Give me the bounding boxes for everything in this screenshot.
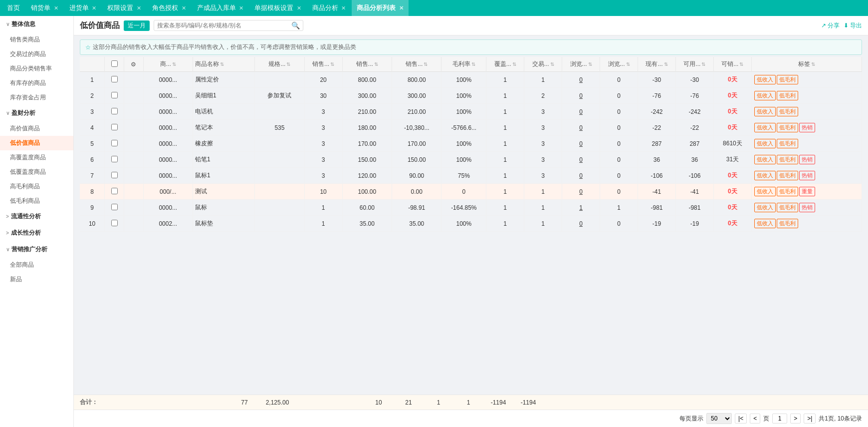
browse1-value[interactable]: 0 bbox=[579, 140, 583, 147]
browse1-value[interactable]: 0 bbox=[579, 220, 583, 227]
sidebar-group-marketing[interactable]: ∨ 营销推广分析 bbox=[0, 241, 73, 258]
nav-permission-setting[interactable]: 权限设置 ✕ bbox=[102, 0, 146, 16]
browse1-value[interactable]: 0 bbox=[579, 156, 583, 163]
browse1-value[interactable]: 0 bbox=[579, 172, 583, 179]
tag-低毛利: 低毛利 bbox=[777, 155, 798, 164]
row-checkbox[interactable] bbox=[111, 220, 118, 226]
export-button[interactable]: ⬇ 导出 bbox=[844, 21, 862, 30]
sidebar-item-low-coverage[interactable]: 低覆盖度商品 bbox=[0, 165, 73, 179]
close-analysis-list-icon[interactable]: ✕ bbox=[399, 5, 404, 11]
nav-role-auth[interactable]: 角色授权 ✕ bbox=[147, 0, 191, 16]
col-avail-header[interactable]: 可用...⇅ bbox=[675, 57, 713, 72]
close-inbound-icon[interactable]: ✕ bbox=[239, 5, 243, 11]
sidebar-item-high-value[interactable]: 高价值商品 bbox=[0, 121, 73, 136]
sidebar-item-sales-category[interactable]: 销售类商品 bbox=[0, 32, 73, 47]
browse1-value[interactable]: 0 bbox=[579, 124, 583, 131]
row-checkbox[interactable] bbox=[111, 204, 118, 210]
col-sales-cost-header[interactable]: 销售...⇅ bbox=[392, 57, 441, 72]
row-checkbox[interactable] bbox=[111, 188, 118, 194]
sidebar-group-financial[interactable]: ∨ 盈财分析 bbox=[0, 105, 73, 121]
page-size-select[interactable]: 50 100 200 bbox=[706, 413, 732, 424]
col-browse2-header[interactable]: 浏览...⇅ bbox=[600, 57, 638, 72]
row-check[interactable] bbox=[105, 120, 124, 136]
row-check[interactable] bbox=[105, 200, 124, 216]
sidebar-item-traded-products[interactable]: 交易过的商品 bbox=[0, 47, 73, 61]
first-page-button[interactable]: |< bbox=[735, 414, 747, 424]
row-checkbox[interactable] bbox=[111, 140, 118, 146]
nav-template-setting[interactable]: 单据模板设置 ✕ bbox=[249, 0, 306, 16]
col-settings-header[interactable]: ⚙ bbox=[124, 57, 143, 72]
col-tag-header[interactable]: 标签⇅ bbox=[751, 57, 862, 72]
col-sellable-header[interactable]: 可销...⇅ bbox=[713, 57, 751, 72]
row-check[interactable] bbox=[105, 168, 124, 184]
table-row: 8 000/... 测试 10 100.00 0.00 0 1 1 0 0 -4… bbox=[80, 184, 862, 200]
sidebar-item-low-value[interactable]: 低价值商品 bbox=[0, 136, 73, 150]
row-checkbox[interactable] bbox=[111, 124, 118, 130]
row-check[interactable] bbox=[105, 136, 124, 152]
row-checkbox[interactable] bbox=[111, 156, 118, 162]
close-permission-icon[interactable]: ✕ bbox=[137, 5, 141, 11]
select-all-checkbox[interactable] bbox=[111, 60, 118, 67]
row-check[interactable] bbox=[105, 216, 124, 232]
col-margin-header[interactable]: 毛利率⇅ bbox=[441, 57, 486, 72]
sidebar-item-stock-capital[interactable]: 库存资金占用 bbox=[0, 90, 73, 105]
sidebar-group-growth[interactable]: > 成长性分析 bbox=[0, 225, 73, 241]
sidebar-item-low-margin[interactable]: 低毛利商品 bbox=[0, 194, 73, 208]
browse1-value[interactable]: 1 bbox=[579, 204, 583, 211]
col-check-header[interactable] bbox=[105, 57, 124, 72]
nav-product-inbound[interactable]: 产成品入库单 ✕ bbox=[192, 0, 249, 16]
sidebar-group-overall[interactable]: ∨ 整体信息 bbox=[0, 16, 73, 32]
close-template-icon[interactable]: ✕ bbox=[297, 5, 301, 11]
col-code-header[interactable]: 商...⇅ bbox=[143, 57, 193, 72]
sidebar-item-new-products[interactable]: 新品 bbox=[0, 272, 73, 287]
next-page-button[interactable]: > bbox=[790, 414, 801, 424]
table-header-row: ⚙ 商...⇅ 商品名称⇅ 规格...⇅ 销售...⇅ 销售...⇅ 销售...… bbox=[80, 57, 862, 72]
row-check[interactable] bbox=[105, 152, 124, 168]
col-trade-header[interactable]: 交易...⇅ bbox=[524, 57, 562, 72]
col-sales-qty-header[interactable]: 销售...⇅ bbox=[304, 57, 342, 72]
row-check[interactable] bbox=[105, 104, 124, 120]
nav-sales-order[interactable]: 销货单 ✕ bbox=[26, 0, 63, 16]
share-button[interactable]: ↗ 分享 bbox=[821, 21, 840, 30]
col-cover-header[interactable]: 覆盖...⇅ bbox=[486, 57, 524, 72]
period-button[interactable]: 近一月 bbox=[124, 20, 150, 31]
prev-page-button[interactable]: < bbox=[750, 414, 760, 424]
row-check[interactable] bbox=[105, 72, 124, 88]
close-role-icon[interactable]: ✕ bbox=[182, 5, 186, 11]
search-icon[interactable]: 🔍 bbox=[291, 21, 300, 29]
arrow-growth-icon: > bbox=[6, 230, 9, 236]
row-checkbox[interactable] bbox=[111, 92, 118, 98]
sidebar-item-category-sales-rate[interactable]: 商品分类销售率 bbox=[0, 61, 73, 76]
search-input[interactable] bbox=[157, 22, 291, 29]
col-browse1-header[interactable]: 浏览...⇅ bbox=[562, 57, 600, 72]
sidebar-item-in-stock[interactable]: 有库存的商品 bbox=[0, 76, 73, 90]
browse1-value[interactable]: 0 bbox=[579, 92, 583, 99]
sidebar-item-high-coverage[interactable]: 高覆盖度商品 bbox=[0, 150, 73, 165]
nav-purchase-order[interactable]: 进货单 ✕ bbox=[64, 0, 102, 16]
nav-product-analysis[interactable]: 商品分析 ✕ bbox=[307, 0, 351, 16]
browse1-value[interactable]: 0 bbox=[579, 76, 583, 83]
row-checkbox[interactable] bbox=[111, 108, 118, 114]
sidebar-group-flow[interactable]: > 流通性分析 bbox=[0, 208, 73, 225]
nav-product-analysis-list[interactable]: 商品分析列表 ✕ bbox=[352, 0, 409, 16]
last-page-button[interactable]: >| bbox=[804, 414, 816, 424]
col-name-header[interactable]: 商品名称⇅ bbox=[193, 57, 254, 72]
settings-icon[interactable]: ⚙ bbox=[131, 61, 136, 68]
close-analysis-icon[interactable]: ✕ bbox=[341, 5, 346, 11]
sidebar-item-high-margin[interactable]: 高毛利商品 bbox=[0, 179, 73, 194]
close-purchase-order-icon[interactable]: ✕ bbox=[92, 5, 96, 11]
sidebar-item-all-products[interactable]: 全部商品 bbox=[0, 258, 73, 272]
col-spec-header[interactable]: 规格...⇅ bbox=[255, 57, 304, 72]
row-check[interactable] bbox=[105, 184, 124, 200]
browse1-value[interactable]: 0 bbox=[579, 188, 583, 195]
col-sales-amt-header[interactable]: 销售...⇅ bbox=[342, 57, 392, 72]
col-stock-header[interactable]: 现有...⇅ bbox=[638, 57, 676, 72]
row-checkbox[interactable] bbox=[111, 76, 118, 82]
row-check[interactable] bbox=[105, 88, 124, 104]
browse1-value[interactable]: 0 bbox=[579, 108, 583, 115]
close-sales-order-icon[interactable]: ✕ bbox=[54, 5, 58, 11]
page-number-input[interactable] bbox=[772, 414, 787, 424]
row-checkbox[interactable] bbox=[111, 172, 118, 178]
row-browse2: 0 bbox=[600, 136, 638, 152]
nav-home[interactable]: 首页 bbox=[2, 0, 25, 16]
